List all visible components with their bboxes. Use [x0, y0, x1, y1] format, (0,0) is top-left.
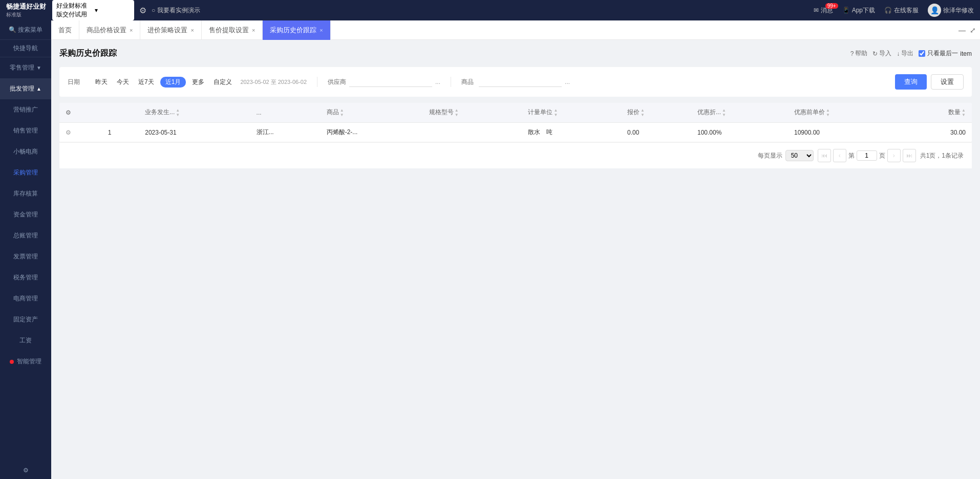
goods-ellipsis[interactable]: ...	[565, 78, 570, 85]
row-goods: 丙烯酸-2-...	[321, 123, 423, 142]
sidebar-item-ecommerce-small[interactable]: 小畅电商	[0, 141, 51, 162]
user-name: 徐泽华修改	[943, 6, 974, 15]
col-pre-discount-price[interactable]: 优惠前单价▲▼	[788, 103, 902, 123]
sidebar-item-ecommerce-small-label: 小畅电商	[13, 147, 38, 156]
query-button[interactable]: 查询	[895, 74, 927, 90]
tab-goods-price[interactable]: 商品价格设置 ×	[79, 20, 140, 40]
sidebar-item-accounting[interactable]: 总账管理	[0, 225, 51, 246]
gear-icon: ⚙	[23, 467, 29, 474]
sidebar-item-purchase[interactable]: 采购管理	[0, 162, 51, 183]
page-unit: 页	[879, 151, 885, 160]
date-opt-today[interactable]: 今天	[114, 77, 132, 88]
date-opt-last7[interactable]: 近7天	[135, 77, 157, 88]
tab-purchase-strategy-close[interactable]: ×	[190, 27, 194, 33]
pagination: 每页显示 50 100 200 ⏮ ‹ 第 页 › ⏭ 共1页，1条记录	[59, 142, 972, 168]
goods-label: 商品	[461, 78, 476, 86]
next-page-button[interactable]: ›	[887, 149, 901, 162]
online-service-label: 在线客服	[894, 6, 919, 15]
supplier-ellipsis[interactable]: ...	[435, 78, 440, 85]
per-page-label: 每页显示	[758, 151, 782, 160]
first-page-button[interactable]: ⏮	[818, 149, 831, 162]
only-last-label: 只看最后一	[927, 49, 958, 58]
sidebar-item-retail-label: 零售管理	[10, 63, 34, 72]
sidebar-item-ecommerce[interactable]: 电商管理	[0, 288, 51, 309]
data-table: ⚙ 业务发生...▲▼ ... 商品▲▼ 规格型号▲▼	[59, 103, 972, 142]
settings-icon[interactable]: ⚙	[139, 6, 146, 15]
gear-icon: ⚙	[66, 109, 71, 116]
supplier-filter: 供应商 ...	[328, 77, 440, 87]
col-unit[interactable]: 计量单位▲▼	[522, 103, 621, 123]
col-seq	[102, 103, 139, 123]
export-link[interactable]: ↓ 导出	[897, 49, 913, 58]
date-opt-more[interactable]: 更多	[189, 77, 207, 88]
only-last-checkbox[interactable]	[919, 50, 925, 57]
phone-icon: 📱	[842, 7, 850, 14]
app-download-label: App下载	[852, 6, 875, 15]
version-selector[interactable]: 好业财标准版交付试用 ▾	[52, 0, 134, 20]
tab-home[interactable]: 首页	[51, 20, 79, 40]
sidebar-item-marketing-label: 营销推广	[13, 105, 38, 114]
sidebar-item-finance[interactable]: 资金管理	[0, 204, 51, 225]
filter-bar: 日期 昨天 今天 近7天 近1月 更多 自定义 2023-05-02 至 202…	[59, 67, 972, 97]
per-page-select[interactable]: 50 100 200	[785, 150, 814, 161]
col-goods[interactable]: 商品▲▼	[321, 103, 423, 123]
col-price[interactable]: 报价▲▼	[621, 103, 691, 123]
sidebar-item-invoice[interactable]: 发票管理	[0, 246, 51, 267]
sidebar-item-inventory[interactable]: 库存核算	[0, 183, 51, 204]
col-more[interactable]: ...	[250, 103, 321, 123]
tab-purchase-history[interactable]: 采购历史价跟踪 ×	[263, 20, 330, 40]
tab-goods-price-close[interactable]: ×	[130, 27, 133, 33]
sidebar-item-marketing[interactable]: 营销推广	[0, 99, 51, 120]
prev-page-button[interactable]: ‹	[833, 149, 846, 162]
user-icon: 👤	[930, 6, 939, 14]
sidebar-item-assets[interactable]: 固定资产	[0, 309, 51, 330]
col-spec[interactable]: 规格型号▲▼	[423, 103, 522, 123]
dot-icon	[10, 360, 14, 364]
tab-purchase-history-close[interactable]: ×	[319, 27, 323, 33]
col-discount[interactable]: 优惠折...▲▼	[691, 103, 788, 123]
import-link[interactable]: ↻ 导入	[872, 49, 891, 58]
row-pre-discount-price: 10900.00	[788, 123, 902, 142]
data-table-wrap: ⚙ 业务发生...▲▼ ... 商品▲▼ 规格型号▲▼	[59, 103, 972, 142]
page-content: 采购历史价跟踪 ? 帮助 ↻ 导入 ↓ 导出	[51, 40, 980, 479]
tab-sale-price[interactable]: 售价提取设置 ×	[202, 20, 263, 40]
row-gear[interactable]: ⚙	[59, 123, 102, 142]
help-link[interactable]: ? 帮助	[850, 49, 868, 58]
supplier-label: 供应商	[328, 78, 346, 86]
col-gear[interactable]: ⚙	[59, 103, 102, 123]
sidebar-search-label: 搜索菜单	[18, 26, 42, 33]
supplier-input[interactable]	[349, 77, 432, 87]
sidebar-quick-nav[interactable]: 快捷导航	[0, 40, 51, 57]
message-button[interactable]: ✉ 消息 99+	[814, 6, 833, 15]
tab-minimize-icon[interactable]: —	[958, 26, 966, 34]
goods-input[interactable]	[479, 77, 562, 87]
sidebar-item-wholesale[interactable]: 批发管理 ▲	[0, 78, 51, 99]
tab-purchase-strategy-label: 进价策略设置	[147, 26, 187, 35]
col-biz-date[interactable]: 业务发生...▲▼	[139, 103, 250, 123]
search-icon: 🔍	[9, 26, 16, 33]
tab-purchase-strategy[interactable]: 进价策略设置 ×	[140, 20, 201, 40]
page-input[interactable]	[857, 150, 877, 161]
tab-sale-price-close[interactable]: ×	[252, 27, 255, 33]
sidebar-item-sales[interactable]: 销售管理	[0, 120, 51, 141]
filter-row: 日期 昨天 今天 近7天 近1月 更多 自定义 2023-05-02 至 202…	[68, 74, 964, 90]
date-opt-custom[interactable]: 自定义	[210, 77, 235, 88]
demo-icon: ○	[152, 7, 155, 14]
sidebar-item-payroll[interactable]: 工资	[0, 330, 51, 351]
date-opt-yesterday[interactable]: 昨天	[92, 77, 111, 88]
sidebar-item-retail[interactable]: 零售管理 ▼	[0, 57, 51, 78]
col-quantity[interactable]: 数量▲▼	[902, 103, 972, 123]
sidebar-item-smart[interactable]: 智能管理	[0, 351, 51, 372]
demo-link[interactable]: ○ 我要看实例演示	[152, 6, 200, 15]
sidebar-item-tax[interactable]: 税务管理	[0, 267, 51, 288]
last-page-button[interactable]: ⏭	[903, 149, 916, 162]
filter-settings-button[interactable]: 设置	[931, 74, 964, 90]
online-service-button[interactable]: 🎧 在线客服	[884, 6, 919, 15]
user-profile-button[interactable]: 👤 徐泽华修改	[928, 4, 974, 17]
date-range-display: 2023-05-02 至 2023-06-02	[240, 78, 307, 86]
app-download-button[interactable]: 📱 App下载	[842, 6, 875, 15]
sidebar-search[interactable]: 🔍 搜索菜单	[0, 20, 51, 40]
date-opt-last1m[interactable]: 近1月	[160, 77, 186, 88]
sidebar-settings-button[interactable]: ⚙	[0, 462, 51, 479]
tab-expand-icon[interactable]: ⤢	[970, 26, 976, 34]
